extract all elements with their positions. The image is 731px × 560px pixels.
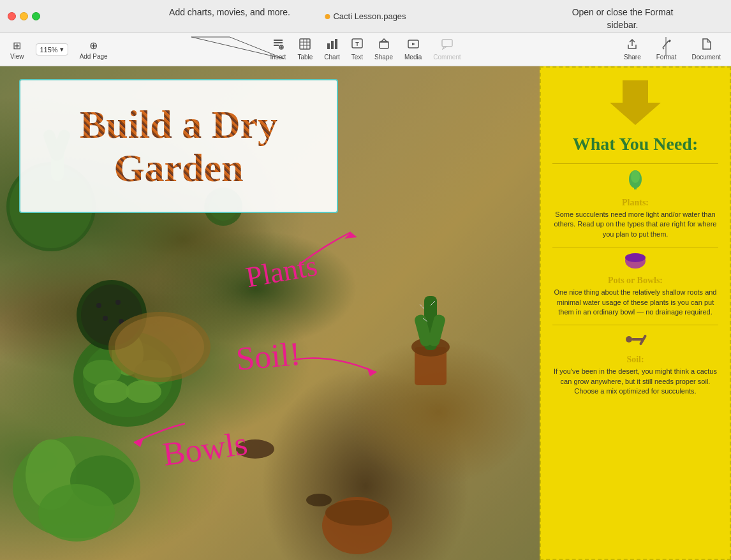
window-title-text: Cacti Lesson.pages (333, 11, 406, 21)
text-icon: T (351, 38, 363, 52)
plants-title: Plants: (552, 198, 718, 208)
titlebar: Cacti Lesson.pages (0, 0, 731, 33)
toolbar-center: Insert Table Chart T Text Shape (134, 36, 597, 63)
shape-label: Shape (374, 54, 393, 61)
svg-point-48 (103, 316, 108, 321)
svg-rect-4 (274, 40, 283, 41)
svg-point-39 (94, 380, 129, 403)
window-controls (8, 12, 40, 20)
soil-icon (552, 330, 718, 353)
media-label: Media (404, 54, 422, 61)
svg-marker-23 (412, 43, 415, 45)
shape-button[interactable]: Shape (371, 36, 397, 63)
insert-label: Insert (270, 54, 286, 61)
add-page-button[interactable]: ⊕ Add Page (76, 37, 112, 63)
comment-button[interactable]: Comment (429, 36, 464, 63)
sidebar-section-soil: Soil: If you've been in the desert, you … (552, 330, 718, 396)
sidebar-header: What You Need: (552, 134, 718, 154)
unsaved-indicator (325, 14, 330, 19)
svg-line-29 (663, 48, 664, 49)
toolbar-right: Share Format Document (597, 36, 725, 63)
document-icon (700, 38, 712, 52)
chart-icon (327, 38, 338, 52)
svg-point-63 (38, 484, 115, 542)
svg-point-78 (625, 253, 646, 262)
sidebar-arrow (552, 80, 718, 128)
svg-point-46 (96, 303, 101, 308)
share-label: Share (624, 54, 641, 61)
pots-body: One nice thing about the relatively shal… (552, 288, 718, 317)
title-text-box[interactable]: Build a DryGarden (19, 79, 338, 213)
table-label: Table (297, 54, 313, 61)
table-button[interactable]: Table (293, 36, 316, 63)
add-page-label: Add Page (80, 53, 108, 60)
format-icon (661, 38, 672, 52)
svg-marker-21 (381, 39, 387, 42)
text-label: Text (351, 54, 363, 61)
zoom-value: 115% (40, 46, 58, 54)
svg-line-27 (663, 41, 668, 48)
media-icon (408, 38, 419, 52)
svg-rect-15 (327, 43, 330, 49)
media-button[interactable]: Media (401, 36, 425, 63)
svg-point-40 (126, 380, 161, 403)
document-label: Document (691, 54, 721, 61)
svg-point-76 (631, 170, 640, 183)
svg-point-47 (115, 300, 121, 305)
divider-2 (552, 247, 718, 247)
handwriting-soil: Soil! (235, 335, 302, 378)
svg-rect-16 (331, 41, 334, 49)
svg-text:T: T (355, 41, 359, 47)
chart-label: Chart (324, 54, 339, 61)
add-page-icon: ⊕ (89, 40, 98, 52)
svg-point-59 (115, 316, 204, 378)
maximize-button[interactable] (32, 12, 40, 20)
close-button[interactable] (8, 12, 16, 20)
svg-point-65 (306, 494, 332, 506)
document-canvas[interactable]: Build a DryGarden Plants Soil! Bowls (0, 66, 731, 560)
sidebar-panel: What You Need: Plants: Some succulents n… (540, 66, 731, 560)
insert-icon (272, 38, 284, 52)
sidebar-section-plants: Plants: Some succulents need more light … (552, 169, 718, 239)
format-button[interactable]: Format (653, 36, 681, 63)
comment-label: Comment (433, 54, 461, 61)
svg-marker-73 (610, 80, 661, 125)
shape-icon (378, 38, 390, 52)
divider-1 (552, 163, 718, 164)
pots-title: Pots or Bowls: (552, 276, 718, 286)
minimize-button[interactable] (20, 12, 28, 20)
svg-rect-6 (274, 45, 279, 46)
soil-body: If you've been in the desert, you might … (552, 367, 718, 396)
down-arrow-icon (610, 80, 661, 125)
view-button[interactable]: ⊞ View (6, 37, 28, 63)
window-title: Cacti Lesson.pages (325, 11, 406, 21)
soil-title: Soil: (552, 355, 718, 365)
toolbar-left: ⊞ View 115% ▾ ⊕ Add Page (6, 37, 134, 63)
svg-rect-10 (300, 39, 310, 49)
svg-point-79 (626, 336, 632, 343)
share-icon (626, 38, 638, 52)
divider-3 (552, 325, 718, 325)
insert-button[interactable]: Insert (266, 36, 290, 63)
toolbar: ⊞ View 115% ▾ ⊕ Add Page Insert Table (0, 33, 731, 66)
view-icon: ⊞ (13, 40, 21, 52)
plants-icon (552, 169, 718, 196)
document-title: Build a DryGarden (80, 103, 277, 189)
sidebar-section-pots: Pots or Bowls: One nice thing about the … (552, 253, 718, 317)
document-button[interactable]: Document (688, 36, 725, 63)
share-button[interactable]: Share (620, 36, 645, 63)
chart-button[interactable]: Chart (320, 36, 343, 63)
svg-point-67 (325, 500, 389, 526)
view-label: View (10, 53, 24, 60)
svg-rect-5 (274, 42, 283, 43)
svg-rect-24 (442, 40, 452, 47)
text-button[interactable]: T Text (348, 36, 367, 63)
zoom-selector[interactable]: 115% ▾ (36, 43, 68, 55)
table-icon (299, 38, 311, 52)
comment-icon (441, 38, 453, 52)
plants-body: Some succulents need more light and/or w… (552, 210, 718, 239)
pots-icon (552, 253, 718, 274)
chevron-down-icon: ▾ (60, 45, 64, 54)
svg-rect-17 (335, 39, 337, 49)
format-label: Format (656, 54, 677, 61)
